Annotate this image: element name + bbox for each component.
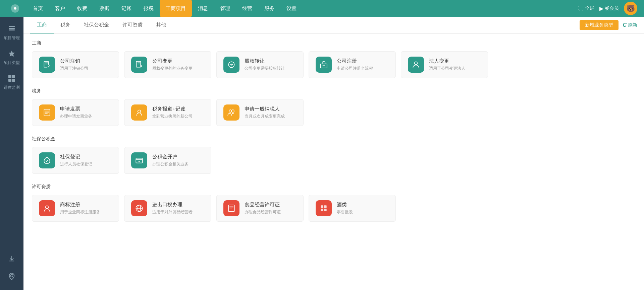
card-food-license[interactable]: 食品经营许可证 办理食品经营许可证 <box>216 195 304 222</box>
tab-tax[interactable]: 税务 <box>54 17 77 33</box>
card-trademark[interactable]: 商标注册 用于企业商标注册服务 <box>32 195 119 222</box>
vip-button[interactable]: ▶ 畅会员 <box>599 5 619 12</box>
section-title-social: 社保公积金 <box>32 136 636 142</box>
sidebar-item-progress[interactable]: 进度监测 <box>0 70 23 94</box>
food-license-icon <box>223 200 239 216</box>
sidebar-item-label: 项目管理 <box>4 35 20 41</box>
card-info: 酒类 零售批发 <box>337 202 353 215</box>
sidebar-item-project-type[interactable]: 项目类型 <box>0 45 23 70</box>
card-title: 社保登记 <box>60 154 92 160</box>
sidebar-item-project-manage[interactable]: 项目管理 <box>0 20 23 45</box>
card-title: 股权转让 <box>245 58 285 64</box>
card-desc: 适用于注销公司 <box>60 66 88 71</box>
card-info: 商标注册 用于企业商标注册服务 <box>60 202 100 215</box>
card-tax-report[interactable]: 税务报道+记账 拿到营业执照的新公司 <box>124 99 211 126</box>
fund-open-icon <box>131 152 147 168</box>
card-title: 公司注销 <box>60 58 88 64</box>
nav-tax[interactable]: 报税 <box>138 0 160 17</box>
nav-invoice[interactable]: 票据 <box>93 0 115 17</box>
cards-grid-tax: 申请发票 办理申请发票业务 税务报道+记账 拿到营业执照的新公司 <box>32 99 636 126</box>
nav-operate[interactable]: 经营 <box>236 0 258 17</box>
card-desc: 申请公司注册全流程 <box>337 66 373 71</box>
svg-marker-3 <box>9 51 15 57</box>
nav-business[interactable]: 工商项目 <box>160 0 192 17</box>
card-desc: 适用于对外贸易经营者 <box>152 209 193 215</box>
section-title-license: 许可资质 <box>32 184 636 190</box>
nav-manage[interactable]: 管理 <box>214 0 236 17</box>
card-legal-change[interactable]: 法人变更 适用于公司变更法人 <box>401 51 488 78</box>
top-navigation: 首页 客户 收费 票据 记账 报税 工商项目 消息 管理 经营 服务 设置 ⛶ … <box>0 0 644 17</box>
refresh-icon: C <box>623 22 627 28</box>
svg-rect-12 <box>136 61 141 67</box>
svg-rect-29 <box>321 209 323 211</box>
svg-rect-4 <box>8 75 11 78</box>
tab-license[interactable]: 许可资质 <box>116 17 149 33</box>
tab-other[interactable]: 其他 <box>149 17 173 33</box>
apply-invoice-icon <box>39 104 55 121</box>
card-desc: 办理公积金相关业务 <box>152 161 189 167</box>
new-type-button[interactable]: 新增业务类型 <box>580 20 619 30</box>
svg-point-22 <box>139 161 140 162</box>
svg-rect-17 <box>44 109 50 116</box>
cards-grid-business: 公司注销 适用于注销公司 公司变更 股权变更外的业务变更 <box>32 51 636 78</box>
card-title: 税务报道+记账 <box>152 106 193 112</box>
nav-accounting[interactable]: 记账 <box>115 0 138 17</box>
svg-rect-7 <box>12 79 15 82</box>
nav-message[interactable]: 消息 <box>192 0 214 17</box>
tab-business[interactable]: 工商 <box>30 17 54 33</box>
cards-grid-license: 商标注册 用于企业商标注册服务 进出口权办理 适用于对外贸易 <box>32 195 636 222</box>
top-nav-right: ⛶ 全屏 ▶ 畅会员 🐻 <box>578 2 637 15</box>
card-title: 食品经营许可证 <box>245 202 281 208</box>
section-title-tax: 税务 <box>32 88 636 94</box>
card-title: 商标注册 <box>60 202 100 208</box>
nav-client[interactable]: 客户 <box>49 0 71 17</box>
nav-settings[interactable]: 设置 <box>280 0 303 17</box>
refresh-label: 刷新 <box>628 22 637 28</box>
card-equity-transfer[interactable]: 股权转让 公司变更需要股权转让 <box>216 51 304 78</box>
card-desc: 拿到营业执照的新公司 <box>152 114 193 119</box>
card-company-register[interactable]: 公司注册 申请公司注册全流程 <box>309 51 396 78</box>
nav-service[interactable]: 服务 <box>258 0 280 17</box>
refresh-button[interactable]: C 刷新 <box>623 22 637 28</box>
tab-bar: 工商 税务 社保公积金 许可资质 其他 新增业务类型 C 刷新 <box>23 17 644 33</box>
sidebar-item-label: 进度监测 <box>4 85 20 90</box>
sidebar-download[interactable] <box>0 250 23 268</box>
card-info: 进出口权办理 适用于对外贸易经营者 <box>152 202 193 215</box>
mascot-icon: 🐻 <box>624 2 637 15</box>
card-desc: 公司变更需要股权转让 <box>245 66 285 71</box>
social-register-icon <box>39 152 55 168</box>
svg-point-19 <box>229 110 232 113</box>
fullscreen-button[interactable]: ⛶ 全屏 <box>578 5 594 11</box>
nav-fee[interactable]: 收费 <box>71 0 93 17</box>
sidebar-bottom <box>0 250 23 290</box>
card-general-taxpayer[interactable]: 申请一般纳税人 当月或次月成变更完成 <box>216 99 304 126</box>
logo <box>7 3 23 14</box>
card-title: 申请一般纳税人 <box>245 106 285 112</box>
tab-social-security[interactable]: 社保公积金 <box>77 17 116 33</box>
download-icon <box>7 254 16 264</box>
card-apply-invoice[interactable]: 申请发票 办理申请发票业务 <box>32 99 119 126</box>
progress-icon <box>7 74 16 83</box>
card-title: 法人变更 <box>429 58 465 64</box>
svg-point-23 <box>46 206 49 209</box>
card-social-register[interactable]: 社保登记 进行人员社保登记 <box>32 147 119 174</box>
company-cancel-icon <box>39 57 55 73</box>
card-fund-open[interactable]: 公积金开户 办理公积金相关业务 <box>124 147 211 174</box>
card-desc: 适用于公司变更法人 <box>429 66 465 71</box>
card-info: 申请发票 办理申请发票业务 <box>60 106 92 119</box>
card-title: 酒类 <box>337 202 353 208</box>
section-title-business: 工商 <box>32 40 636 46</box>
card-alcohol[interactable]: 酒类 零售批发 <box>309 195 396 222</box>
card-company-cancel[interactable]: 公司注销 适用于注销公司 <box>32 51 119 78</box>
card-title: 申请发票 <box>60 106 92 112</box>
sidebar-location[interactable] <box>0 268 23 285</box>
svg-rect-30 <box>324 209 327 211</box>
card-info: 税务报道+记账 拿到营业执照的新公司 <box>152 106 193 119</box>
card-import-export[interactable]: 进出口权办理 适用于对外贸易经营者 <box>124 195 211 222</box>
card-desc: 进行人员社保登记 <box>60 161 92 167</box>
tax-report-icon <box>131 104 147 121</box>
fullscreen-icon: ⛶ <box>578 5 584 11</box>
card-info: 股权转让 公司变更需要股权转让 <box>245 58 285 71</box>
nav-home[interactable]: 首页 <box>27 0 49 17</box>
card-company-change[interactable]: 公司变更 股权变更外的业务变更 <box>124 51 211 78</box>
